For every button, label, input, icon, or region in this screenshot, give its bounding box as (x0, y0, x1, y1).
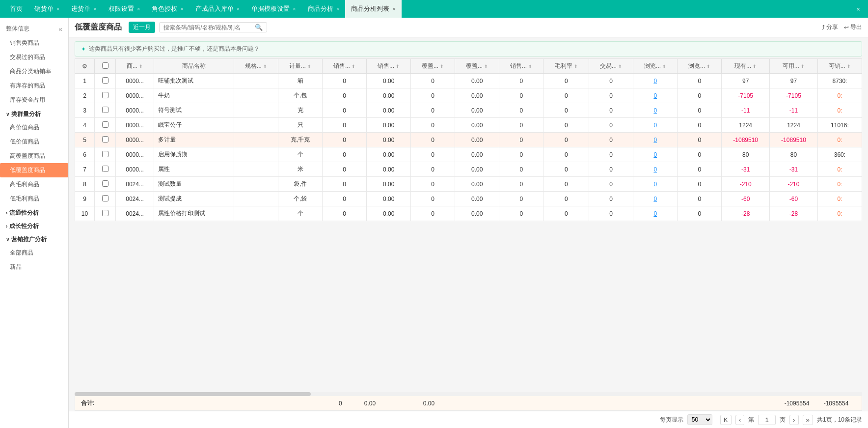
close-all-button[interactable]: × (852, 5, 864, 13)
row-checkbox[interactable] (95, 177, 116, 192)
row-checkbox[interactable] (95, 147, 116, 162)
nav-product-entry[interactable]: 产成品入库单 × (190, 0, 245, 18)
row-browse1[interactable]: 0 (633, 103, 678, 118)
column-trade[interactable]: 交易... ⬆ (589, 59, 633, 74)
time-filter-button[interactable]: 近一月 (129, 22, 155, 33)
sidebar-item-low-value[interactable]: 低价值商品 (0, 135, 68, 149)
sidebar-item-all-goods[interactable]: 全部商品 (0, 246, 68, 260)
column-spec[interactable]: 规格... ⬆ (234, 59, 278, 74)
column-available[interactable]: 可用... ⬆ (770, 59, 818, 74)
sidebar-item-category-rate[interactable]: 商品分类动销率 (0, 64, 68, 79)
row-select-checkbox[interactable] (102, 92, 108, 98)
last-page-button[interactable]: » (803, 415, 813, 425)
row-spec (234, 147, 278, 162)
sidebar-item-new-goods[interactable]: 新品 (0, 260, 68, 274)
row-browse1[interactable]: 0 (633, 177, 678, 192)
close-icon[interactable]: × (392, 6, 395, 12)
column-current[interactable]: 现有... ⬆ (722, 59, 770, 74)
nav-product-analysis-list[interactable]: 商品分析列表 × (345, 0, 401, 18)
export-button[interactable]: ↩ 导出 (844, 23, 862, 31)
close-icon[interactable]: × (180, 6, 183, 12)
sidebar-item-low-margin[interactable]: 低毛利商品 (0, 192, 68, 206)
close-icon[interactable]: × (336, 6, 339, 12)
close-icon[interactable]: × (93, 6, 96, 12)
row-browse1[interactable]: 0 (633, 74, 678, 88)
column-browse1[interactable]: 浏览... ⬆ (633, 59, 678, 74)
column-margin[interactable]: 毛利率 ⬆ (543, 59, 589, 74)
row-select-checkbox[interactable] (102, 180, 108, 187)
row-select-checkbox[interactable] (102, 166, 108, 172)
column-sellable[interactable]: 可销... ⬆ (817, 59, 862, 74)
close-icon[interactable]: × (237, 6, 240, 12)
sidebar-item-high-coverage[interactable]: 高覆盖度商品 (0, 149, 68, 163)
column-unit[interactable]: 计量... ⬆ (278, 59, 323, 74)
row-browse1[interactable]: 0 (633, 88, 678, 103)
scrollbar-thumb[interactable] (75, 392, 311, 396)
sidebar-section-marketing[interactable]: ∨ 营销推广分析 (0, 232, 68, 246)
horizontal-scrollbar[interactable] (75, 392, 862, 396)
sidebar-section-cluster[interactable]: ∨ 类群量分析 (0, 107, 68, 120)
per-page-select[interactable]: 50 20 100 200 (687, 414, 712, 425)
sidebar-collapse-toggle[interactable]: 整体信息 « (0, 22, 68, 36)
column-settings-icon[interactable]: ⚙ (75, 59, 95, 74)
sidebar-item-high-margin[interactable]: 高毛利商品 (0, 177, 68, 192)
first-page-button[interactable]: K (720, 415, 732, 425)
row-browse1[interactable]: 0 (633, 147, 678, 162)
prev-page-button[interactable]: ‹ (735, 415, 744, 425)
nav-sales[interactable]: 销货单 × (28, 0, 65, 18)
row-checkbox[interactable] (95, 133, 116, 147)
close-icon[interactable]: × (137, 6, 140, 12)
column-cover1[interactable]: 覆盖... ⬆ (411, 59, 455, 74)
column-sales3[interactable]: 销售... ⬆ (499, 59, 543, 74)
row-checkbox[interactable] (95, 162, 116, 177)
column-code[interactable]: 商... ⬆ (116, 59, 154, 74)
column-name[interactable]: 商品名称 (154, 59, 234, 74)
row-browse1[interactable]: 0 (633, 162, 678, 177)
row-select-checkbox[interactable] (102, 136, 108, 143)
row-checkbox[interactable] (95, 74, 116, 88)
row-browse1[interactable]: 0 (633, 206, 678, 221)
sidebar-item-stocked-goods[interactable]: 有库存的商品 (0, 79, 68, 93)
close-icon[interactable]: × (293, 6, 296, 12)
column-browse2[interactable]: 浏览... ⬆ (678, 59, 722, 74)
nav-home[interactable]: 首页 (4, 0, 28, 18)
row-select-checkbox[interactable] (102, 195, 108, 201)
row-select-checkbox[interactable] (102, 77, 108, 84)
column-cover2[interactable]: 覆盖... ⬆ (455, 59, 499, 74)
row-code: 0024... (116, 192, 154, 206)
sidebar-item-traded-goods[interactable]: 交易过的商品 (0, 50, 68, 64)
row-checkbox[interactable] (95, 192, 116, 206)
sidebar-section-flow[interactable]: › 流通性分析 (0, 206, 68, 219)
row-select-checkbox[interactable] (102, 210, 108, 216)
next-page-button[interactable]: › (789, 415, 798, 425)
sidebar-section-growth[interactable]: › 成长性分析 (0, 219, 68, 232)
row-checkbox[interactable] (95, 118, 116, 133)
row-checkbox[interactable] (95, 103, 116, 118)
row-select-checkbox[interactable] (102, 121, 108, 128)
nav-role[interactable]: 角色授权 × (146, 0, 189, 18)
row-browse1[interactable]: 0 (633, 192, 678, 206)
nav-permission[interactable]: 权限设置 × (103, 0, 146, 18)
row-select-checkbox[interactable] (102, 151, 108, 157)
row-browse2: 0 (678, 133, 722, 147)
nav-product-analysis[interactable]: 商品分析 × (302, 0, 345, 18)
sidebar-item-inventory-capital[interactable]: 库存资金占用 (0, 93, 68, 107)
table-wrapper[interactable]: ⚙ 商... ⬆ 商品名称 规格... ⬆ 计量... ⬆ 销售... ⬆ 销售… (75, 58, 862, 392)
page-number-input[interactable] (758, 415, 776, 425)
row-select-checkbox[interactable] (102, 107, 108, 113)
share-button[interactable]: ⤴ 分享 (822, 23, 838, 31)
column-sales-amt[interactable]: 销售... ⬆ (367, 59, 411, 74)
row-browse1[interactable]: 0 (633, 133, 678, 147)
nav-purchase[interactable]: 进货单 × (65, 0, 102, 18)
sidebar-item-low-coverage[interactable]: 低覆盖度商品 (0, 163, 68, 177)
sidebar-item-sales-goods[interactable]: 销售类商品 (0, 36, 68, 50)
column-sales-qty[interactable]: 销售... ⬆ (323, 59, 367, 74)
close-icon[interactable]: × (56, 6, 59, 12)
row-browse1[interactable]: 0 (633, 118, 678, 133)
sidebar-item-high-value[interactable]: 高价值商品 (0, 120, 68, 135)
search-input[interactable] (163, 24, 255, 31)
select-all-checkbox[interactable] (102, 62, 108, 69)
row-checkbox[interactable] (95, 206, 116, 221)
row-checkbox[interactable] (95, 88, 116, 103)
nav-template[interactable]: 单据模板设置 × (245, 0, 301, 18)
